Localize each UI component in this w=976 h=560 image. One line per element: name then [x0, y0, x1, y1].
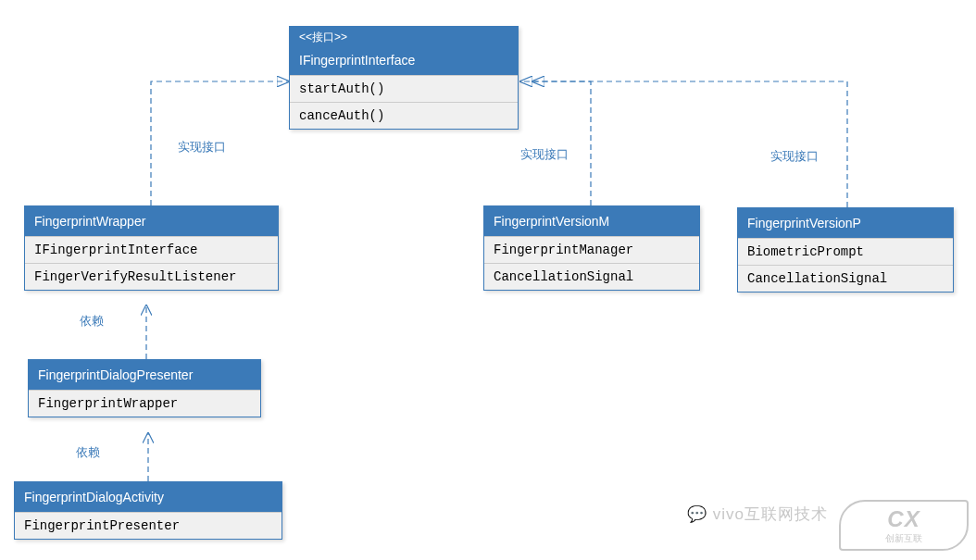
- realize-label-3: 实现接口: [770, 148, 819, 165]
- watermark-caption: vivo互联网技术: [713, 505, 828, 523]
- presenter-name: FingerprintDialogPresenter: [29, 360, 260, 390]
- interface-method1: startAuth(): [290, 75, 518, 102]
- wechat-icon: 💬: [687, 505, 707, 523]
- interface-method2: canceAuth(): [290, 102, 518, 129]
- activity-field1: FingerprintPresenter: [15, 512, 282, 539]
- watermark-logo-small: 创新互联: [885, 532, 922, 545]
- versionm-field2: CancellationSignal: [484, 263, 699, 290]
- presenter-field1: FingerprintWrapper: [29, 390, 260, 417]
- activity-box: FingerprintDialogActivity FingerprintPre…: [14, 481, 282, 540]
- versionm-field1: FingerprintManager: [484, 236, 699, 263]
- activity-name: FingerprintDialogActivity: [15, 482, 282, 512]
- versionm-name: FingerprintVersionM: [484, 206, 699, 236]
- watermark-logo-big: CX: [887, 506, 920, 532]
- versionp-box: FingerprintVersionP BiometricPrompt Canc…: [737, 207, 954, 292]
- versionp-field1: BiometricPrompt: [738, 238, 953, 265]
- watermark-logo: CX 创新互联: [839, 500, 969, 551]
- presenter-box: FingerprintDialogPresenter FingerprintWr…: [28, 359, 261, 417]
- depend-label-1: 依赖: [80, 313, 104, 330]
- realize-label-1: 实现接口: [178, 139, 226, 156]
- wrapper-name: FingerprintWrapper: [25, 206, 278, 236]
- versionp-name: FingerprintVersionP: [738, 208, 953, 238]
- depend-label-2: 依赖: [76, 444, 100, 461]
- versionm-box: FingerprintVersionM FingerprintManager C…: [483, 205, 700, 291]
- realize-label-2: 实现接口: [520, 146, 569, 163]
- wrapper-field1: IFingerprintInterface: [25, 236, 278, 263]
- wrapper-field2: FingerVerifyResultListener: [25, 263, 278, 290]
- interface-stereotype: <<接口>>: [290, 27, 518, 45]
- wrapper-box: FingerprintWrapper IFingerprintInterface…: [24, 205, 279, 291]
- interface-box: <<接口>> IFingerprintInterface startAuth()…: [289, 26, 519, 130]
- watermark-text: 💬 vivo互联网技术: [687, 504, 828, 525]
- versionp-field2: CancellationSignal: [738, 265, 953, 292]
- interface-name: IFingerprintInterface: [290, 45, 518, 75]
